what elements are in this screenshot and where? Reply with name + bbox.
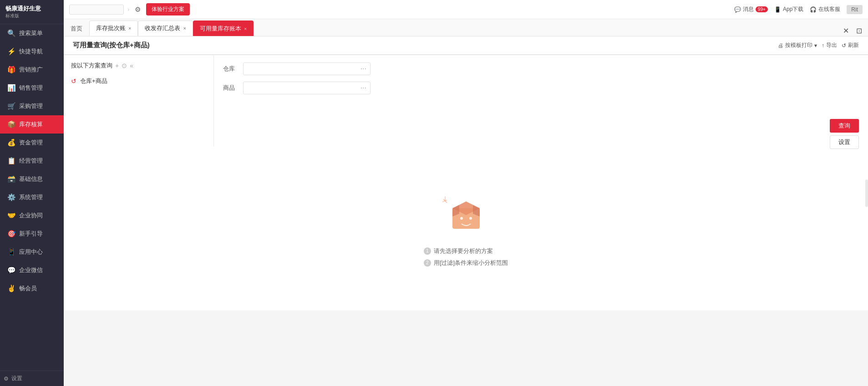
print-icon: 🖨 bbox=[778, 42, 783, 49]
tab-receipt[interactable]: 收发存汇总表 × bbox=[138, 21, 193, 36]
sidebar-item-search[interactable]: 🔍 搜索菜单 bbox=[0, 24, 64, 42]
query-btn-area: 查询 设置 bbox=[830, 119, 859, 149]
refresh-action[interactable]: ↺ 刷新 bbox=[842, 41, 859, 49]
sidebar-item-newbie[interactable]: 🎯 新手引导 bbox=[0, 225, 64, 243]
sidebar-label-corp: 企业协同 bbox=[19, 211, 43, 220]
sidebar-item-finance[interactable]: 💰 资金管理 bbox=[0, 134, 64, 152]
tab-batch[interactable]: 库存批次账 × bbox=[89, 21, 138, 36]
collapse-scheme-icon[interactable]: « bbox=[130, 62, 133, 69]
gift-icon: 🎁 bbox=[7, 66, 15, 74]
export-label: 导出 bbox=[826, 41, 837, 49]
empty-hint: 1 请先选择要分析的方案 2 用[过滤]条件来缩小分析范围 bbox=[424, 247, 508, 267]
warehouse-more-icon[interactable]: ··· bbox=[360, 65, 366, 73]
warehouse-input[interactable] bbox=[247, 66, 360, 72]
apps-icon: 📱 bbox=[7, 248, 15, 256]
box-icon: 📦 bbox=[7, 120, 15, 129]
scheme-item-label: 仓库+商品 bbox=[80, 77, 107, 85]
sidebar-label-inventory: 库存核算 bbox=[19, 120, 43, 129]
industry-solution-button[interactable]: 体验行业方案 bbox=[146, 3, 190, 15]
refresh-label: 刷新 bbox=[848, 41, 859, 49]
sidebar-item-inventory[interactable]: 📦 库存核算 bbox=[0, 115, 64, 134]
tab-available-label: 可用量库存账本 bbox=[200, 25, 241, 33]
clipboard-icon: 📋 bbox=[7, 157, 15, 165]
tab-available[interactable]: 可用量库存账本 × bbox=[193, 21, 254, 36]
tab-batch-label: 库存批次账 bbox=[96, 24, 126, 32]
sidebar-item-corp[interactable]: 🤝 企业协同 bbox=[0, 206, 64, 225]
setting-button[interactable]: 设置 bbox=[830, 135, 859, 149]
handshake-icon: 🤝 bbox=[7, 211, 15, 220]
message-icon: 💬 bbox=[734, 6, 741, 13]
sidebar-item-purchase[interactable]: 🛒 采购管理 bbox=[0, 97, 64, 115]
tab-receipt-label: 收发存汇总表 bbox=[145, 24, 180, 32]
sidebar-label-newbie: 新手引导 bbox=[19, 230, 43, 238]
empty-svg-icon bbox=[439, 190, 493, 236]
settings-scheme-icon[interactable]: ⊙ bbox=[122, 62, 127, 69]
gear-icon: ⚙️ bbox=[7, 193, 15, 201]
topbar-right: 💬 消息 99+ 📱 App下载 🎧 在线客服 Rit bbox=[734, 5, 863, 14]
scroll-hint bbox=[865, 180, 868, 207]
tabbar-right: ✕ ⊡ bbox=[841, 26, 868, 36]
cart-icon: 🛒 bbox=[7, 102, 15, 110]
add-scheme-icon[interactable]: + bbox=[115, 62, 119, 69]
sidebar-item-apps[interactable]: 📱 应用中心 bbox=[0, 243, 64, 261]
sidebar-item-vip[interactable]: ✌️ 畅会员 bbox=[0, 279, 64, 298]
sidebar-item-operations[interactable]: 📋 经营管理 bbox=[0, 152, 64, 170]
sidebar-item-system[interactable]: ⚙️ 系统管理 bbox=[0, 188, 64, 206]
main-area: › ⚙ 体验行业方案 💬 消息 99+ 📱 App下载 🎧 在线客服 Rit bbox=[64, 0, 868, 386]
query-button[interactable]: 查询 bbox=[830, 119, 859, 133]
online-service-button[interactable]: 🎧 在线客服 bbox=[810, 5, 840, 13]
tab-available-close-icon[interactable]: × bbox=[244, 26, 247, 31]
query-scheme-header: 按以下方案查询 + ⊙ « bbox=[64, 60, 213, 73]
message-button[interactable]: 💬 消息 99+ bbox=[734, 5, 768, 13]
sidebar-item-shortcut[interactable]: ⚡ 快捷导航 bbox=[0, 42, 64, 61]
page-header: 可用量查询(按仓库+商品) 🖨 按模板打印 ▾ ↑ 导出 ↺ 刷新 bbox=[64, 36, 868, 55]
warehouse-filter-row: 仓库 ··· bbox=[223, 62, 859, 75]
empty-illustration bbox=[439, 190, 493, 242]
sidebar-scroll: 🔍 搜索菜单 ⚡ 快捷导航 🎁 营销推广 📊 销售管理 🛒 采购管理 📦 库存核… bbox=[0, 24, 64, 371]
phone-icon: 📱 bbox=[774, 6, 781, 13]
topbar-chevron-icon: › bbox=[127, 6, 129, 13]
page-content: 可用量查询(按仓库+商品) 🖨 按模板打印 ▾ ↑ 导出 ↺ 刷新 bbox=[64, 36, 868, 386]
sidebar-bottom-settings[interactable]: ⚙ 设置 bbox=[0, 371, 64, 386]
topbar: › ⚙ 体验行业方案 💬 消息 99+ 📱 App下载 🎧 在线客服 Rit bbox=[64, 0, 868, 19]
flash-icon: ⚡ bbox=[7, 47, 15, 56]
sidebar: 畅康通好生意 标准版 🔍 搜索菜单 ⚡ 快捷导航 🎁 营销推广 📊 销售管理 🛒… bbox=[0, 0, 64, 386]
query-area: 按以下方案查询 + ⊙ « ↺ 仓库+商品 仓库 ··· bbox=[64, 55, 868, 146]
warehouse-filter-label: 仓库 bbox=[223, 65, 236, 73]
tab-receipt-close-icon[interactable]: × bbox=[183, 26, 186, 31]
sidebar-item-wechat[interactable]: 💬 企业微信 bbox=[0, 261, 64, 279]
hint-num-2: 2 bbox=[424, 259, 431, 267]
app-download-button[interactable]: 📱 App下载 bbox=[774, 5, 803, 13]
sidebar-label-basic: 基础信息 bbox=[19, 175, 43, 183]
vip-icon: ✌️ bbox=[7, 284, 15, 293]
product-input[interactable] bbox=[247, 85, 360, 91]
sidebar-label-purchase: 采购管理 bbox=[19, 102, 43, 110]
topbar-gear-icon[interactable]: ⚙ bbox=[133, 4, 142, 15]
search-icon: 🔍 bbox=[7, 29, 15, 37]
warehouse-input-wrap: ··· bbox=[243, 62, 371, 75]
user-avatar[interactable]: Rit bbox=[847, 5, 863, 14]
sidebar-item-sales[interactable]: 📊 销售管理 bbox=[0, 79, 64, 97]
tab-home[interactable]: 首页 bbox=[64, 21, 89, 36]
sidebar-bottom-label: 设置 bbox=[11, 375, 22, 382]
topbar-breadcrumb bbox=[69, 5, 124, 15]
print-action[interactable]: 🖨 按模板打印 ▾ bbox=[778, 41, 817, 49]
sidebar-label-marketing: 营销推广 bbox=[19, 66, 43, 74]
sidebar-item-marketing[interactable]: 🎁 营销推广 bbox=[0, 61, 64, 79]
breadcrumb-input[interactable] bbox=[69, 5, 124, 15]
hint-row-2: 2 用[过滤]条件来缩小分析范围 bbox=[424, 259, 508, 267]
query-scheme-panel: 按以下方案查询 + ⊙ « ↺ 仓库+商品 bbox=[64, 55, 214, 146]
tab-expand-button[interactable]: ⊡ bbox=[854, 26, 864, 36]
tab-batch-close-icon[interactable]: × bbox=[128, 26, 131, 31]
tab-home-label: 首页 bbox=[71, 25, 82, 33]
logo-sub: 标准版 bbox=[5, 13, 58, 19]
product-more-icon[interactable]: ··· bbox=[360, 84, 366, 92]
print-dropdown-icon: ▾ bbox=[814, 42, 817, 49]
product-input-wrap: ··· bbox=[243, 82, 371, 94]
sidebar-label-system: 系统管理 bbox=[19, 193, 43, 201]
tab-close-all-button[interactable]: ✕ bbox=[841, 26, 851, 36]
online-service-label: 在线客服 bbox=[818, 5, 840, 13]
export-action[interactable]: ↑ 导出 bbox=[822, 41, 837, 49]
sidebar-item-basic[interactable]: 🗃️ 基础信息 bbox=[0, 170, 64, 188]
scheme-item-warehouse-product[interactable]: ↺ 仓库+商品 bbox=[64, 73, 213, 89]
